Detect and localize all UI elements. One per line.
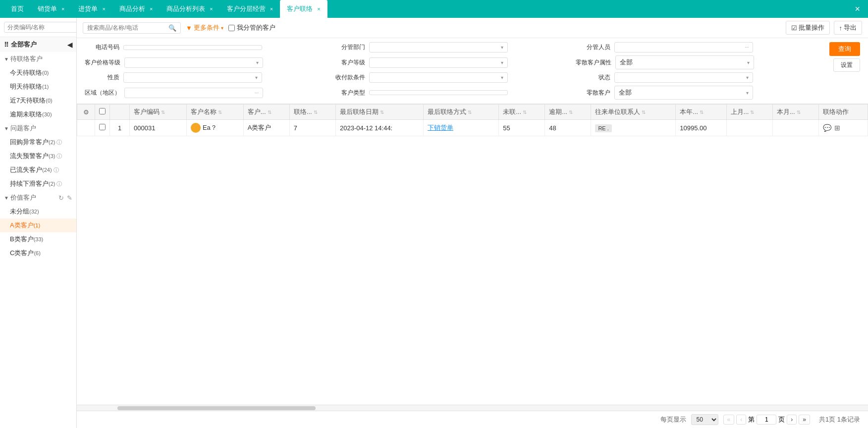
sidebar-item-tomorrow[interactable]: 明天待联络(1) [0, 80, 76, 94]
th-gear: ⚙ [77, 105, 95, 120]
pagination-bar: 每页显示 50 100 « ‹ 第 页 › » 共1页 1条记录 [77, 411, 868, 428]
dept-select[interactable]: ▾ [369, 42, 508, 53]
th-last-type: 最后联络方式 ⇅ [423, 105, 498, 120]
sidebar-item-c-class[interactable]: C类客户(6) [0, 246, 76, 260]
last-contact-link[interactable]: 下销货单 [428, 124, 453, 131]
search-icon[interactable]: 🔍 [168, 24, 176, 32]
scrollbar-thumb[interactable] [117, 406, 316, 410]
sort-icon[interactable]: ⇅ [218, 109, 222, 115]
export-button[interactable]: ↑ 导出 [834, 21, 863, 35]
chevron-down-icon: ▾ [746, 90, 749, 96]
status-select[interactable]: ▾ [614, 72, 753, 83]
next-page-button[interactable]: › [787, 415, 797, 425]
last-page-button[interactable]: » [799, 415, 810, 425]
nav-tab-purchase[interactable]: 进货单 × [71, 0, 112, 18]
filter-row-1: 电话号码 分管部门 ▾ [85, 42, 816, 53]
chevron-down-icon: ▾ [255, 75, 258, 80]
sort-icon[interactable]: ⇅ [314, 109, 318, 115]
close-tab-analysis-list[interactable]: × [210, 0, 213, 18]
sort-icon[interactable]: ⇅ [700, 109, 704, 115]
dots-icon: ··· [255, 90, 259, 96]
close-tab-purchase[interactable]: × [102, 0, 105, 18]
horizontal-scrollbar[interactable] [77, 405, 868, 411]
th-overdue: 逾期... ⇅ [545, 105, 591, 120]
grid-icon[interactable]: ⊞ [834, 124, 840, 132]
info-icon: ⓘ [56, 153, 62, 160]
settings-icon[interactable]: ⚙ [83, 108, 89, 116]
filter-col-price-grade: 客户价格等级 ▾ [85, 57, 326, 68]
customer-type-input[interactable] [369, 90, 508, 95]
prev-page-button[interactable]: ‹ [736, 415, 746, 425]
sidebar-search-input[interactable] [4, 22, 77, 33]
chevron-down-icon: ▾ [256, 60, 259, 65]
phone-input[interactable] [123, 45, 262, 50]
window-close-button[interactable]: × [851, 4, 864, 14]
sort-icon[interactable]: ⇅ [380, 109, 384, 115]
sidebar-item-a-class[interactable]: A类客户(1) [0, 218, 76, 232]
info-icon: ⓘ [56, 180, 62, 188]
sidebar: 🔍 ⠿ 全部客户 ◀ ▼ 待联络客户 今天待联络(0) 明天待联络(1) 近7天… [0, 18, 77, 428]
chat-icon[interactable]: 💬 [823, 124, 831, 132]
sidebar-item-declining[interactable]: 持续下滑客户(2) ⓘ [0, 177, 76, 191]
th-category: 客户... ⇅ [243, 105, 289, 120]
first-page-button[interactable]: « [723, 415, 735, 425]
person-input[interactable]: ··· [614, 42, 753, 53]
batch-op-button[interactable]: ☑ 批量操作 [786, 21, 830, 35]
total-info: 共1页 1条记录 [819, 415, 860, 424]
price-grade-select[interactable]: ▾ [124, 57, 263, 68]
scatter-select[interactable]: 全部 ▾ [614, 86, 753, 100]
close-tab-sales[interactable]: × [61, 0, 64, 18]
grade-select[interactable]: ▾ [369, 57, 508, 68]
sidebar-item-churned[interactable]: 已流失客户(24) ⓘ [0, 163, 76, 177]
th-action: 联络动作 [818, 105, 868, 120]
sidebar-item-b-class[interactable]: B类客户(33) [0, 232, 76, 246]
sort-icon[interactable]: ⇅ [161, 109, 165, 115]
sidebar-item-overdue[interactable]: 逾期未联络(30) [0, 107, 76, 121]
select-all-checkbox[interactable] [99, 108, 106, 114]
sidebar-group-problem[interactable]: ▼ 问题客户 [0, 121, 76, 135]
nav-tab-customer-contact[interactable]: 客户联络 × [280, 0, 327, 18]
refresh-icon[interactable]: ↻ [58, 194, 64, 202]
sort-icon[interactable]: ⇅ [468, 109, 472, 115]
sort-icon[interactable]: ⇅ [569, 109, 573, 115]
nav-tab-sales[interactable]: 销货单 × [31, 0, 71, 18]
nav-home[interactable]: 首页 [4, 0, 31, 18]
payment-select[interactable]: ▾ [369, 72, 508, 83]
close-tab-customer-tier[interactable]: × [270, 0, 273, 18]
sidebar-item-7days[interactable]: 近7天待联络(0) [0, 94, 76, 107]
sidebar-item-abnormal[interactable]: 回购异常客户(2) ⓘ [0, 135, 76, 149]
scatter-attr-select[interactable]: 全部 ▾ [615, 55, 754, 69]
sort-icon[interactable]: ⇅ [642, 109, 646, 115]
sort-icon[interactable]: ⇅ [268, 109, 271, 115]
my-customers-checkbox[interactable] [228, 25, 235, 31]
region-input[interactable]: ··· [124, 88, 263, 98]
page-size-select[interactable]: 50 100 [691, 414, 718, 425]
search-input[interactable] [87, 24, 166, 31]
nav-tab-customer-tier[interactable]: 客户分层经营 × [220, 0, 280, 18]
all-customers-header[interactable]: ⠿ 全部客户 ◀ [0, 37, 76, 52]
sidebar-group-value[interactable]: ▼ 价值客户 ↻ ✎ [0, 191, 76, 205]
close-tab-customer-contact[interactable]: × [317, 0, 320, 18]
sidebar-item-churn-warn[interactable]: 流失预警客户(3) ⓘ [0, 149, 76, 163]
sort-icon[interactable]: ⇅ [797, 109, 801, 115]
filter-row-4: 区域（地区） ··· 客户类型 [85, 86, 816, 100]
sidebar-group-pending[interactable]: ▼ 待联络客户 [0, 52, 76, 66]
sidebar-item-ungrouped[interactable]: 未分组(32) [0, 205, 76, 218]
setting-button[interactable]: 设置 [833, 58, 860, 72]
collapse-icon[interactable]: ◀ [67, 41, 72, 49]
query-button[interactable]: 查询 [829, 42, 860, 56]
nature-select[interactable]: ▾ [123, 72, 262, 83]
nav-tab-analysis[interactable]: 商品分析 × [112, 0, 160, 18]
td-this-year: 10995.00 [676, 120, 726, 136]
sort-icon[interactable]: ⇅ [750, 109, 754, 115]
nav-tab-analysis-list[interactable]: 商品分析列表 × [160, 0, 219, 18]
more-conditions-btn[interactable]: ▼ 更多条件 ▾ [186, 23, 223, 32]
row-checkbox[interactable] [99, 124, 106, 130]
page-number-input[interactable] [757, 415, 776, 425]
close-tab-analysis[interactable]: × [150, 0, 153, 18]
chevron-down-icon: ▾ [501, 75, 503, 80]
edit-icon[interactable]: ✎ [67, 194, 72, 202]
chevron-down-icon: ▾ [501, 45, 503, 50]
sort-icon[interactable]: ⇅ [523, 109, 527, 115]
sidebar-item-today[interactable]: 今天待联络(0) [0, 66, 76, 80]
